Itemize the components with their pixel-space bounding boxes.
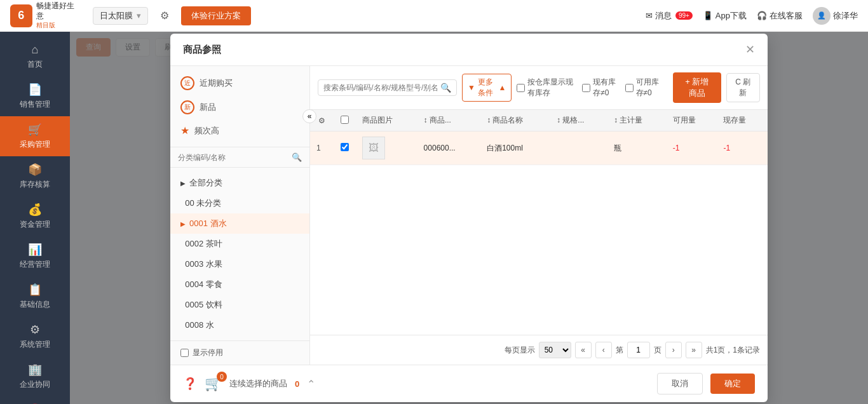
- category-0004[interactable]: 0004 零食: [170, 274, 309, 295]
- sidebar: ⌂ 首页 📄 销售管理 🛒 采购管理 📦 库存核算 💰 资金管理 📊 经营管理 …: [0, 32, 70, 404]
- confirm-btn[interactable]: 确定: [710, 374, 755, 394]
- branch-dropdown[interactable]: 日太阳膜 ▾: [93, 7, 148, 25]
- per-page-select[interactable]: 50 20 100: [539, 342, 571, 358]
- filter-label: 更多条件: [478, 77, 496, 98]
- th-code[interactable]: ↕ 商品...: [417, 110, 481, 131]
- sidebar-inventory-label: 库存核算: [20, 179, 50, 190]
- nav-right: ✉ 消息 99+ 📱 App下载 🎧 在线客服 👤 徐泽华: [646, 7, 858, 25]
- last-page-btn[interactable]: »: [686, 342, 702, 358]
- modal-left-nav: 近 近期购买 新 新品 ★ 频次高: [170, 66, 309, 147]
- selected-count: 0: [295, 379, 299, 389]
- search-icon[interactable]: 🔍: [292, 152, 302, 162]
- sidebar-item-guide[interactable]: 🎯 新手引导: [0, 396, 70, 404]
- user-item[interactable]: 👤 徐泽华: [813, 7, 858, 25]
- category-0010[interactable]: 0010 家电: [170, 335, 309, 340]
- app-download-item[interactable]: 📱 App下载: [703, 10, 747, 22]
- table-header: ⚙ 商品图片 ↕ 商品... ↕ 商品名称: [310, 110, 768, 131]
- help-icon[interactable]: ❓: [183, 377, 197, 391]
- sidebar-item-purchase[interactable]: 🛒 采购管理: [0, 116, 70, 156]
- by-warehouse-checkbox[interactable]: [517, 84, 525, 92]
- page-label: 第: [616, 345, 623, 356]
- stock-nonzero-checkbox[interactable]: [582, 84, 590, 92]
- th-name[interactable]: ↕ 商品名称: [480, 110, 550, 131]
- category-0008[interactable]: 0008 水: [170, 315, 309, 335]
- category-search-input[interactable]: [178, 153, 289, 162]
- basics-icon: 📋: [28, 283, 42, 297]
- arrow-icon: ▶: [180, 220, 186, 227]
- modal-body: 近 近期购买 新 新品 ★ 频次高: [170, 66, 768, 365]
- category-0002[interactable]: 0002 茶叶: [170, 234, 309, 254]
- sidebar-item-assets[interactable]: 💰 资金管理: [0, 196, 70, 236]
- sidebar-item-business[interactable]: 📊 经营管理: [0, 236, 70, 276]
- nav-new[interactable]: 新 新品: [170, 95, 309, 119]
- category-all[interactable]: ▶ 全部分类: [170, 173, 309, 193]
- available-nonzero-text: 可用库存≠0: [636, 77, 663, 98]
- prev-page-btn[interactable]: ‹: [595, 342, 612, 358]
- trial-btn[interactable]: 体验行业方案: [181, 6, 251, 25]
- stock-nonzero-text: 现有库存≠0: [593, 77, 620, 98]
- available-nonzero-label[interactable]: 可用库存≠0: [625, 77, 663, 98]
- nav-recent[interactable]: 近 近期购买: [170, 71, 309, 95]
- business-icon: 📊: [28, 243, 42, 257]
- category-0005[interactable]: 0005 饮料: [170, 295, 309, 315]
- refresh-btn[interactable]: C 刷新: [726, 73, 760, 102]
- branch-label: 日太阳膜: [100, 10, 133, 22]
- category-00[interactable]: 00 未分类: [170, 193, 309, 213]
- search-icon[interactable]: 🔍: [440, 83, 451, 93]
- recent-icon: 近: [180, 76, 194, 90]
- stock-nonzero-label[interactable]: 现有库存≠0: [582, 77, 620, 98]
- product-reference-modal: 商品参照 ✕ 近 近期购买 新: [170, 34, 768, 402]
- filter-btn[interactable]: ▼ 更多条件 ▲: [462, 74, 512, 102]
- first-page-btn[interactable]: «: [575, 342, 592, 358]
- td-checkbox[interactable]: [333, 131, 356, 165]
- collapse-icon[interactable]: ⌃: [307, 378, 315, 390]
- add-product-btn[interactable]: + 新增商品: [673, 72, 721, 103]
- td-spec: [550, 131, 607, 165]
- sidebar-item-basics[interactable]: 📋 基础信息: [0, 276, 70, 316]
- table-row[interactable]: 1 🖼 000600... 白酒100ml: [310, 131, 768, 165]
- logo-sub: 精目版: [36, 21, 80, 30]
- cart-badge: 0: [217, 372, 227, 382]
- th-unit[interactable]: ↕ 主计量: [607, 110, 667, 131]
- top-nav: 6 畅捷通好生意 精目版 日太阳膜 ▾ ⚙ 体验行业方案 ✉ 消息 99+ 📱 …: [0, 0, 868, 32]
- gear-icon[interactable]: ⚙: [154, 6, 175, 26]
- by-warehouse-label[interactable]: 按仓库显示现有库存: [517, 77, 577, 98]
- row-checkbox[interactable]: [341, 143, 349, 151]
- table-body: 1 🖼 000600... 白酒100ml: [310, 131, 768, 165]
- product-table-area: ⚙ 商品图片 ↕ 商品... ↕ 商品名称: [310, 110, 768, 335]
- avatar: 👤: [813, 7, 831, 25]
- collapse-panel-btn[interactable]: «: [302, 109, 316, 123]
- close-icon[interactable]: ✕: [745, 43, 755, 57]
- sidebar-item-enterprise[interactable]: 🏢 企业协同: [0, 356, 70, 396]
- th-stock: 现存量: [717, 110, 768, 131]
- nav-frequent-label: 频次高: [194, 125, 219, 137]
- page-input[interactable]: [627, 342, 650, 358]
- username-label: 徐泽华: [833, 10, 858, 22]
- sidebar-item-inventory[interactable]: 📦 库存核算: [0, 156, 70, 196]
- sidebar-item-home[interactable]: ⌂ 首页: [0, 37, 70, 76]
- available-nonzero-checkbox[interactable]: [625, 84, 634, 92]
- th-select-all[interactable]: [333, 110, 356, 131]
- nav-frequent[interactable]: ★ 频次高: [170, 119, 309, 142]
- category-0001[interactable]: ▶ 0001 酒水: [170, 213, 309, 234]
- sidebar-item-sales[interactable]: 📄 销售管理: [0, 76, 70, 116]
- sidebar-assets-label: 资金管理: [20, 219, 50, 230]
- chevron-down-icon: ▾: [137, 11, 141, 20]
- select-all-checkbox[interactable]: [341, 116, 349, 124]
- category-0003[interactable]: 0003 水果: [170, 254, 309, 274]
- show-disabled-checkbox[interactable]: [180, 349, 189, 357]
- logo-icon: 6: [10, 4, 32, 27]
- th-spec[interactable]: ↕ 规格...: [550, 110, 607, 131]
- assets-icon: 💰: [28, 203, 42, 217]
- modal-header: 商品参照 ✕: [170, 34, 768, 66]
- product-search-input[interactable]: [323, 83, 438, 92]
- td-unit: 瓶: [607, 131, 667, 165]
- messages-item[interactable]: ✉ 消息 99+: [646, 10, 693, 22]
- next-page-btn[interactable]: ›: [665, 342, 682, 358]
- cancel-btn[interactable]: 取消: [657, 373, 703, 394]
- show-disabled-label: 显示停用: [193, 347, 223, 358]
- online-service-item[interactable]: 🎧 在线客服: [757, 10, 803, 22]
- sidebar-item-system[interactable]: ⚙ 系统管理: [0, 316, 70, 356]
- messages-badge: 99+: [675, 11, 693, 20]
- cart-wrap[interactable]: 🛒 0: [205, 375, 222, 392]
